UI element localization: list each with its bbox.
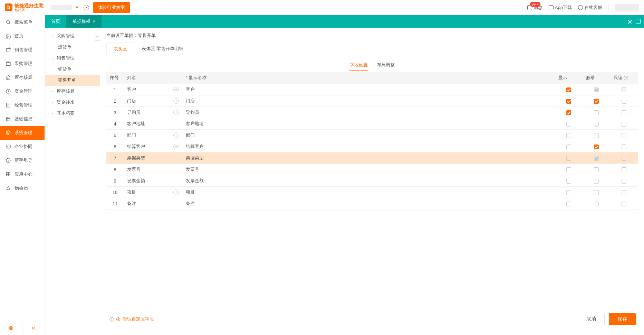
checkbox[interactable] [622,133,626,138]
checkbox[interactable] [594,202,599,206]
checkbox[interactable] [566,156,571,161]
manage-custom-fields-link[interactable]: ? 管理自定义字段 [108,316,154,322]
checkbox[interactable] [594,179,599,184]
tree-item-1[interactable]: 进货单 [45,41,100,53]
sidebar-item-0[interactable]: 搜索菜单 [0,15,45,29]
tab-template[interactable]: 单据模板 × [66,15,102,28]
checkbox[interactable] [566,179,571,184]
checkbox[interactable] [566,167,571,172]
checkbox[interactable] [594,167,599,172]
cell-display[interactable]: 客户 [182,84,555,95]
checkbox[interactable] [594,122,599,127]
cell-display[interactable]: 部门 [182,130,555,141]
checkbox[interactable] [566,110,571,115]
checkbox[interactable] [622,110,626,115]
add-column-icon[interactable]: + [173,144,179,149]
add-column-icon[interactable]: + [173,189,179,195]
checkbox[interactable] [566,122,571,127]
cell-display[interactable]: 发票金额 [182,175,555,187]
sidebar-item-9[interactable]: 企业协同 [0,140,45,153]
checkbox[interactable] [566,99,571,104]
sidebar-item-3[interactable]: 采购管理 [0,57,45,71]
checkbox[interactable] [566,87,571,92]
tab-close-icon[interactable]: × [93,19,95,24]
cell-display[interactable]: 导购员 [182,107,555,118]
table-row[interactable]: 1客户+客户 [106,84,638,95]
sidebar-item-4[interactable]: 库存核算 [0,71,45,84]
checkbox[interactable] [566,133,571,138]
sidebar-item-5[interactable]: 资金管理 [0,84,45,98]
add-column-icon[interactable]: + [173,110,179,115]
company-selector[interactable] [51,5,79,10]
footer-collapse-button[interactable] [22,322,45,335]
tree-item-0[interactable]: ⌄采购管理 [45,30,100,41]
checkbox[interactable] [622,190,626,195]
checkbox[interactable] [622,145,626,149]
add-column-icon[interactable]: + [173,98,179,104]
checkbox[interactable] [622,179,626,184]
sidebar-item-8[interactable]: 系统管理 [0,126,45,140]
checkbox[interactable] [566,190,571,195]
user-avatar[interactable] [615,4,639,11]
app-download-link[interactable]: App下载 [549,4,572,11]
sidebar-item-7[interactable]: 基础信息 [0,112,45,126]
table-row[interactable]: 10项目+项目 [106,187,638,198]
sidebar-item-11[interactable]: 应用中心 [0,167,45,181]
checkbox[interactable] [566,145,571,149]
checkbox[interactable] [622,99,626,104]
checkbox[interactable] [622,122,626,127]
subtab-body-area[interactable]: 表体区-零售开单明细 [134,42,191,55]
cell-display[interactable]: 票据类型 [182,152,555,164]
table-row[interactable]: 2门店+门店 [106,95,638,107]
tree-item-3[interactable]: 销货单 [45,64,100,75]
cancel-button[interactable]: 取消 [578,313,605,325]
tab-home[interactable]: 首页 [45,15,66,28]
add-column-icon[interactable]: + [173,87,179,92]
footer-settings-button[interactable] [0,322,22,335]
tree-item-7[interactable]: ›基本档案 [45,108,100,119]
add-column-icon[interactable]: + [173,132,179,138]
table-row[interactable]: 3导购员+导购员 [106,107,638,118]
table-row[interactable]: 9发票金额发票金额 [106,175,638,187]
checkbox[interactable] [594,190,599,195]
cell-display[interactable]: 备注 [182,198,555,210]
table-row[interactable]: 4客户地址客户地址 [106,118,638,130]
tree-item-4[interactable]: 零售开单 [45,75,100,86]
checkbox[interactable] [622,202,626,206]
cell-display[interactable]: 结算客户 [182,141,555,152]
save-button[interactable]: 保存 [609,313,636,325]
table-row[interactable]: 6结算客户+结算客户 [106,141,638,152]
checkbox[interactable] [594,110,599,115]
modetab-field-setting[interactable]: 字段设置 [349,60,368,71]
table-row[interactable]: 11备注备注 [106,198,638,210]
cell-display[interactable]: 项目 [182,187,555,198]
table-row[interactable]: 5部门+部门 [106,130,638,141]
logo[interactable]: b 畅捷通好生意 精简版 [5,3,45,12]
modetab-layout-adjust[interactable]: 布局调整 [376,60,395,71]
checkbox[interactable] [594,99,599,104]
checkbox[interactable] [594,145,599,149]
cell-display[interactable]: 客户地址 [182,118,555,130]
checkbox[interactable] [622,167,626,172]
subtab-header-area[interactable]: 表头区 [106,43,134,55]
checkbox[interactable] [566,202,571,206]
table-row[interactable]: 8发票号发票号 [106,164,638,175]
sidebar-item-2[interactable]: 销售管理 [0,43,45,57]
online-service-link[interactable]: 在线客服 [578,4,602,11]
fullscreen-icon[interactable] [636,19,641,24]
messages-link[interactable]: 99 + 消息 [527,4,542,11]
cell-display[interactable]: 门店 [182,95,555,107]
tree-collapse-handle[interactable]: « [95,32,100,41]
tree-item-2[interactable]: ⌄销售管理 [45,53,100,64]
tree-item-6[interactable]: ›资金往来 [45,97,100,108]
sidebar-item-1[interactable]: 首页 [0,29,45,43]
help-icon[interactable]: ? [624,76,628,80]
tree-item-5[interactable]: ›库存核算 [45,86,100,97]
gear-icon[interactable] [84,5,89,10]
sidebar-item-10[interactable]: 新手引导 [0,153,45,167]
cell-display[interactable]: 发票号 [182,164,555,175]
sidebar-item-6[interactable]: 经营管理 [0,98,45,112]
table-row[interactable]: 7票据类型票据类型 [106,152,638,164]
checkbox[interactable] [594,133,599,138]
sidebar-item-12[interactable]: 畅会员 [0,181,45,195]
